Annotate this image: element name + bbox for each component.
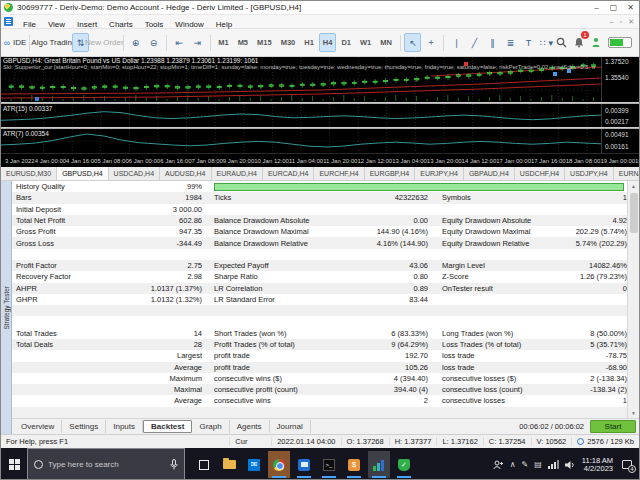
main-chart-pane[interactable]: GBPUSD,H4: Great Britain Pound vs US Dol… <box>1 57 601 102</box>
task-view-taskbar-button[interactable] <box>193 451 215 478</box>
chart-shift-left-button[interactable]: ⇤ <box>171 33 188 52</box>
tester-tab-overview[interactable]: Overview <box>14 420 62 433</box>
timeframe-m1[interactable]: M1 <box>214 33 232 52</box>
timeframe-mn[interactable]: MN <box>376 33 396 52</box>
symbol-tab-eurjpy[interactable]: EURJPY,H4 <box>415 167 464 180</box>
close-button[interactable]: ✕ <box>622 1 639 14</box>
text-tool-button[interactable]: T <box>520 33 537 52</box>
file-explorer-taskbar-button[interactable] <box>218 451 240 478</box>
symbol-tab-eurchf[interactable]: EURCHF,H4 <box>314 167 364 180</box>
table-row[interactable]: Averageconsecutive wins2consecutive loss… <box>12 395 627 406</box>
community-user-icon[interactable] <box>591 37 601 48</box>
minimize-button[interactable]: – <box>588 1 605 14</box>
chrome-taskbar-button[interactable] <box>268 451 290 478</box>
tester-tab-graph[interactable]: Graph <box>192 420 229 433</box>
table-row[interactable]: History Quality99% <box>12 181 627 192</box>
tester-tab-inputs[interactable]: Inputs <box>106 420 143 433</box>
ide-button[interactable]: ∞ IDE <box>5 33 25 52</box>
atr15-pane[interactable]: ATR(15) 0.00337 <box>1 104 601 127</box>
price-axis-atr7[interactable]: 0.004910.00161 <box>601 129 640 153</box>
symbol-tab-eurnzd[interactable]: EURNZD,H4 <box>614 167 639 180</box>
timeframe-w1[interactable]: W1 <box>356 33 375 52</box>
mail-taskbar-button[interactable]: ✉ <box>243 451 265 478</box>
symbol-tab-audusd[interactable]: AUDUSD,H4 <box>160 167 211 180</box>
taskbar-clock[interactable]: 11:18 AM 4/2/2023 <box>582 457 613 473</box>
table-row[interactable]: Recovery Factor2.98Sharpe Ratio0.80Z-Sco… <box>12 271 627 282</box>
finance-taskbar-button[interactable]: $ <box>343 451 365 478</box>
symbol-tab-gbpaud[interactable]: GBPAUD,H4 <box>464 167 515 180</box>
tester-tab-agents[interactable]: Agents <box>230 420 270 433</box>
search-icon[interactable] <box>556 37 567 48</box>
touch-keyboard-icon[interactable]: ▤ <box>534 460 542 469</box>
table-row[interactable]: GHPR1.0132 (1.32%)LR Standard Error83.44 <box>12 294 627 305</box>
tester-tab-journal[interactable]: Journal <box>270 420 311 433</box>
menu-help[interactable]: Help <box>210 20 238 29</box>
symbol-tab-gbpusd[interactable]: GBPUSD,H4 <box>57 167 108 180</box>
table-row[interactable]: Bars1984Ticks42322632Symbols1 <box>12 192 627 203</box>
taskbar-search[interactable]: Type here to search <box>27 448 185 480</box>
menu-charts[interactable]: Charts <box>103 20 139 29</box>
fibonacci-tool-button[interactable]: ≣ <box>502 33 519 52</box>
menu-insert[interactable]: Insert <box>71 20 103 29</box>
tester-tab-backtest[interactable]: Backtest <box>143 420 192 433</box>
start-button-tester[interactable]: Start <box>590 420 636 433</box>
symbol-tab-usdjpy[interactable]: USDJPY,H4 <box>565 167 614 180</box>
atr7-pane[interactable]: ATR(7) 0.00354 <box>1 129 601 153</box>
table-row[interactable]: AHPR1.0137 (1.37%)LR Correlation0.89OnTe… <box>12 283 627 294</box>
zoom-out-button[interactable]: ⊖ <box>145 33 162 52</box>
tester-tab-settings[interactable]: Settings <box>62 420 106 433</box>
shapes-tool-button[interactable]: ∷▾ <box>538 33 555 52</box>
scroll-down-icon[interactable]: ▼ <box>631 408 636 418</box>
table-row[interactable]: Maximumconsecutive wins ($)4 (394.40)con… <box>12 373 627 384</box>
zoom-in-button[interactable]: ⊕ <box>127 33 144 52</box>
network-icon[interactable] <box>548 460 559 469</box>
maximize-button[interactable]: ▢ <box>605 1 622 14</box>
microphone-icon[interactable] <box>170 459 178 470</box>
symbol-tab-usdcad[interactable]: USDCAD,H4 <box>109 167 160 180</box>
chart-shift-right-button[interactable]: ⇥ <box>189 33 206 52</box>
algo-trading-button[interactable]: Algo Trading <box>34 33 71 52</box>
strategy-tester-side-tab[interactable]: Strategy Tester <box>1 181 12 434</box>
symbol-tab-eurusd[interactable]: EURUSD,M30 <box>1 167 57 180</box>
scrollbar-thumb[interactable] <box>630 193 638 233</box>
timeframe-m30[interactable]: M30 <box>277 33 300 52</box>
channel-tool-button[interactable]: ∥ <box>484 33 501 52</box>
price-axis-atr15[interactable]: 0.003990.00217 <box>601 104 640 127</box>
timeframe-m15[interactable]: M15 <box>253 33 276 52</box>
vline-tool-button[interactable]: ∣ <box>448 33 465 52</box>
table-row[interactable]: Maximalconsecutive profit (count)394.40 … <box>12 384 627 395</box>
trendline-tool-button[interactable]: ╱ <box>466 33 483 52</box>
metatrader-taskbar-button[interactable] <box>368 451 390 478</box>
table-row[interactable]: Total Deals28Profit Trades (% of total)9… <box>12 339 627 350</box>
table-row[interactable]: Initial Deposit3 000.00 <box>12 204 627 215</box>
cursor-tool-button[interactable]: ↖ <box>404 33 421 52</box>
time-axis[interactable]: 3 Jan 20224 Jan 00:004 Jan 16:005 Jan 08… <box>1 153 639 167</box>
crosshair-tool-button[interactable]: ＋ <box>422 33 439 52</box>
timeframe-h4[interactable]: H4 <box>319 33 337 52</box>
table-row[interactable]: Largestprofit trade192.70loss trade-78.7… <box>12 350 627 361</box>
menu-window[interactable]: Window <box>169 20 209 29</box>
price-axis-main[interactable]: 1.375201.35540 <box>601 57 640 102</box>
symbol-tab-euraud[interactable]: EURAUD,H4 <box>212 167 263 180</box>
notifications-bell[interactable]: 1 <box>574 34 584 52</box>
terminal-taskbar-button[interactable]: >_ <box>318 451 340 478</box>
tray-expand-icon[interactable]: ∧ <box>510 460 516 469</box>
start-button[interactable] <box>1 448 27 480</box>
child-restore-icon[interactable]: ▫ <box>620 18 622 26</box>
timeframe-d1[interactable]: D1 <box>337 33 355 52</box>
child-minimize-icon[interactable]: – <box>610 18 614 26</box>
table-row[interactable]: Gross Profit947.35Balance Drawdown Maxim… <box>12 226 627 237</box>
child-close-icon[interactable]: ✕ <box>628 18 634 26</box>
timeframe-h1[interactable]: H1 <box>300 33 318 52</box>
symbol-tab-eurcad[interactable]: EURCAD,H4 <box>263 167 314 180</box>
speaker-icon[interactable] <box>565 460 576 470</box>
device-taskbar-button[interactable] <box>293 451 315 478</box>
menu-tools[interactable]: Tools <box>139 20 170 29</box>
symbol-tab-eurgbp[interactable]: EURGBP,H4 <box>365 167 416 180</box>
scroll-up-icon[interactable]: ▲ <box>631 181 636 191</box>
table-row[interactable]: Total Trades14Short Trades (won %)6 (83.… <box>12 328 627 339</box>
connection-toggle[interactable] <box>608 37 632 48</box>
menu-view[interactable]: View <box>42 20 71 29</box>
vertical-scrollbar[interactable]: ▲ ▼ <box>627 181 639 418</box>
table-row[interactable]: Profit Factor2.75Expected Payoff43.06Mar… <box>12 260 627 271</box>
